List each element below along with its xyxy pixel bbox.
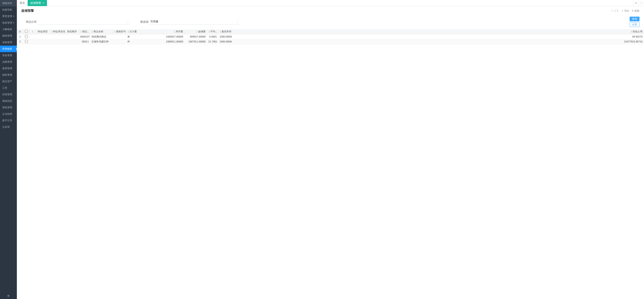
sidebar-item-11[interactable]: 税务管理 — [0, 72, 17, 78]
main-area: 首页超储预警✕ ✕ ⛶ 超储预警 ⇱ 分享 ⇩ 导出 — [17, 0, 644, 299]
sidebar-item-label: 固定资产 — [2, 80, 12, 83]
sidebar-item-label: 工资 — [2, 86, 7, 90]
cell-feature-type-name — [50, 34, 66, 39]
cell-blank — [30, 39, 36, 44]
sidebar-item-label: 搜索菜单 — [2, 2, 12, 5]
sidebar-item-2[interactable]: 零售管理▼ — [0, 13, 17, 20]
sidebar-item-16[interactable]: 系统管理 — [0, 104, 17, 111]
close-panel-button[interactable]: ✕ — [633, 0, 638, 6]
table-container: ⚙ ▲▼ 特征类型 ▲▼特征类型名称 系统顺序 ▲▼商品... ▲▼商品名称 ▲… — [17, 29, 644, 299]
sidebar-item-4[interactable]: 小畅电商 — [0, 26, 17, 32]
th-sys-order[interactable]: 系统顺序 — [66, 29, 79, 34]
export-action[interactable]: ⇩ 导出 — [622, 9, 629, 12]
th-gear[interactable]: ⚙ — [17, 29, 23, 34]
tab-1[interactable]: 超储预警✕ — [28, 0, 47, 6]
cell-main-unit: 米 — [126, 34, 162, 39]
select-all-checkbox[interactable] — [25, 30, 28, 33]
gear-icon: ⚙ — [7, 294, 10, 298]
th-feature-type-name[interactable]: ▲▼特征类型名称 — [50, 29, 66, 34]
row-checkbox[interactable] — [25, 40, 28, 43]
table-row[interactable]: 200011百雀羚毛膜百羚件1008911.000001007911.00000… — [17, 39, 644, 44]
share-action[interactable]: ⇱ 分享 — [611, 9, 619, 12]
sidebar-item-10[interactable]: 发票管理 — [0, 65, 17, 72]
sidebar-item-3[interactable]: 批发管理▼ — [0, 20, 17, 26]
th-stock-qty[interactable]: ▲▼库存量 — [162, 29, 184, 34]
sidebar-item-5[interactable]: 电商管理 — [0, 32, 17, 39]
sidebar-item-0[interactable]: 搜索菜单 — [0, 0, 17, 6]
sidebar-item-label: 库存核算 — [2, 47, 12, 50]
th-feature-type[interactable]: 特征类型 — [36, 29, 50, 34]
cell-no: 1 — [17, 34, 23, 39]
sidebar-item-14[interactable]: 经营管理 — [0, 91, 17, 98]
filter-bar: 商品分类 ⌄ 数据源 可用量 ⌄ 查询 设置 — [17, 15, 644, 29]
sidebar-item-label: 采购管理 — [2, 41, 12, 44]
cell-over-qty: 1007911.00000 — [184, 39, 207, 44]
tab-0[interactable]: 首页 — [17, 0, 28, 6]
th-blank[interactable]: ▲▼ — [30, 29, 36, 34]
query-button[interactable]: 查询 — [630, 16, 640, 21]
sidebar-item-12[interactable]: 固定资产 — [0, 78, 17, 85]
cell-max-stock: 1000.00000 — [218, 39, 232, 44]
export-label: 导出 — [624, 9, 629, 12]
cell-feature-type — [36, 39, 50, 44]
sidebar-item-label: 税务管理 — [2, 73, 12, 76]
th-max-stock[interactable]: ▲▼最高库存 — [218, 29, 232, 34]
cell-over-qty: 999027.00000 — [184, 34, 207, 39]
sidebar-item-15[interactable]: 基础信息 — [0, 98, 17, 104]
sidebar-item-1[interactable]: 快捷导航 — [0, 6, 17, 13]
expand-button[interactable]: ⛶ — [638, 0, 644, 6]
th-spec[interactable]: ▲▼规格型号 — [112, 29, 126, 34]
expand-icon: ⛶ — [640, 2, 643, 5]
cell-avg: 21.7061 — [207, 39, 218, 44]
datasource-value: 可用量 — [150, 20, 158, 24]
sidebar-item-label: 新手引导 — [2, 119, 12, 122]
sidebar-item-17[interactable]: 企业协同 — [0, 111, 17, 117]
tab-label: 超储预警 — [30, 1, 41, 5]
cell-stock-qty: 1000027.00000 — [162, 34, 184, 39]
th-product-name[interactable]: ▲▼商品名称 — [90, 29, 112, 34]
datasource-select[interactable]: 可用量 ⌄ — [150, 19, 239, 24]
sidebar-item-label: 经营管理 — [2, 93, 12, 96]
tabbar: 首页超储预警✕ ✕ ⛶ — [17, 0, 644, 6]
page-header: 超储预警 ⇱ 分享 ⇩ 导出 ↻ 刷新 — [17, 6, 644, 15]
th-product-code[interactable]: ▲▼商品... — [79, 29, 90, 34]
sidebar-item-6[interactable]: 采购管理 — [0, 39, 17, 46]
refresh-action[interactable]: ↻ 刷新 — [632, 9, 640, 12]
cell-check — [23, 34, 30, 39]
sidebar-item-7[interactable]: 库存核算 — [0, 46, 17, 52]
cell-blank — [30, 34, 36, 39]
th-check — [23, 29, 30, 34]
sidebar: 搜索菜单快捷导航零售管理▼批发管理▼小畅电商电商管理采购管理库存核算资金管理总账… — [0, 0, 17, 299]
category-select[interactable]: ⌄ — [38, 19, 130, 24]
sidebar-item-13[interactable]: 工资 — [0, 85, 17, 91]
table-row[interactable]: 10000107培训测试商品米1000027.00000999027.00000… — [17, 34, 644, 39]
cell-product-name: 培训测试商品 — [90, 34, 112, 39]
cell-product-code: 00011 — [79, 39, 90, 44]
sidebar-item-19[interactable]: 云应用 — [0, 124, 17, 130]
th-main-unit[interactable]: ▲▼主计量 — [126, 29, 162, 34]
share-label: 分享 — [614, 9, 619, 12]
sidebar-item-label: 快捷导航 — [2, 8, 12, 12]
cell-max-stock: 1000.00000 — [218, 34, 232, 39]
export-icon: ⇩ — [622, 10, 624, 12]
close-icon[interactable]: ✕ — [42, 2, 44, 4]
th-over-qty[interactable]: ▲▼超储量 — [184, 29, 207, 34]
page-title: 超储预警 — [21, 9, 34, 13]
th-avg[interactable]: ▲▼平均... — [207, 29, 218, 34]
cell-feature-type-name — [50, 39, 66, 44]
chevron-down-icon: ⌄ — [237, 21, 238, 23]
cell-avg: 0.0001 — [207, 34, 218, 39]
sidebar-item-8[interactable]: 资金管理 — [0, 52, 17, 59]
sidebar-item-9[interactable]: 总账管理 — [0, 59, 17, 65]
sidebar-item-18[interactable]: 新手引导 — [0, 117, 17, 124]
cell-check — [23, 39, 30, 44]
table-header-row: ⚙ ▲▼ 特征类型 ▲▼特征类型名称 系统顺序 ▲▼商品... ▲▼商品名称 ▲… — [17, 29, 644, 34]
sidebar-settings[interactable]: ⚙ — [0, 293, 17, 299]
settings-button[interactable]: 设置 — [630, 22, 640, 27]
gear-icon: ⚙ — [19, 30, 21, 33]
th-capital-occupy[interactable]: ▲▼资金占用 — [232, 29, 644, 34]
cell-stock-qty: 1008911.00000 — [162, 39, 184, 44]
sidebar-item-label: 系统管理 — [2, 106, 12, 109]
close-icon: ✕ — [635, 2, 637, 5]
row-checkbox[interactable] — [25, 35, 28, 38]
